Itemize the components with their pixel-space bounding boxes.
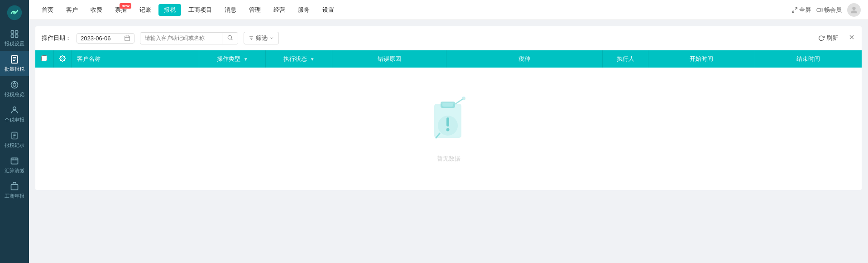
svg-rect-22 bbox=[11, 185, 18, 190]
batch-tax-icon bbox=[10, 54, 19, 64]
search-wrapper bbox=[140, 32, 238, 44]
date-picker[interactable] bbox=[77, 33, 134, 44]
top-nav: 首页 客户 收费 票据 new 记账 报税 工商项目 消息 管理 经营 服务 设… bbox=[29, 0, 868, 20]
nav-item-customer[interactable]: 客户 bbox=[61, 4, 83, 16]
settings-icon bbox=[10, 29, 19, 39]
sidebar-item-label: 报税记录 bbox=[5, 142, 24, 149]
business-report-icon bbox=[10, 181, 19, 191]
nav-item-tax[interactable]: 报税 bbox=[158, 4, 181, 16]
video-icon bbox=[816, 7, 823, 13]
filter-button[interactable]: 筛选 bbox=[244, 32, 279, 44]
nav-items: 首页 客户 收费 票据 new 记账 报税 工商项目 消息 管理 经营 服务 设… bbox=[36, 4, 791, 16]
calendar-icon bbox=[124, 35, 130, 41]
content: 操作日期： bbox=[29, 20, 868, 263]
sidebar-item-label: 报税设置 bbox=[5, 40, 24, 47]
svg-line-33 bbox=[231, 39, 233, 40]
sidebar-item-gongshang-nianbao[interactable]: 工商年报 bbox=[0, 178, 29, 203]
close-button[interactable] bbox=[848, 34, 855, 43]
person-tax-icon bbox=[10, 105, 19, 115]
column-settings-icon[interactable] bbox=[59, 55, 66, 62]
svg-rect-43 bbox=[442, 103, 453, 107]
nav-item-operations[interactable]: 经营 bbox=[268, 4, 291, 16]
user-icon bbox=[849, 5, 859, 15]
svg-point-13 bbox=[13, 107, 16, 110]
svg-rect-45 bbox=[446, 117, 449, 127]
sidebar-item-label: 汇算清缴 bbox=[5, 167, 24, 174]
svg-point-49 bbox=[462, 97, 465, 100]
empty-state: 暂无数据 bbox=[35, 68, 862, 190]
nav-item-business[interactable]: 工商项目 bbox=[183, 4, 217, 16]
nav-item-messages[interactable]: 消息 bbox=[219, 4, 242, 16]
svg-marker-26 bbox=[821, 9, 822, 11]
select-all-checkbox[interactable] bbox=[41, 55, 47, 61]
sidebar-item-huisuan-jiaona[interactable]: 汇算清缴 bbox=[0, 152, 29, 178]
nav-item-management[interactable]: 管理 bbox=[244, 4, 266, 16]
col-checkbox bbox=[35, 50, 53, 68]
nav-right: 全屏 畅会员 bbox=[791, 3, 861, 17]
main-area: 首页 客户 收费 票据 new 记账 报税 工商项目 消息 管理 经营 服务 设… bbox=[29, 0, 868, 263]
sidebar-item-baoshui-jilu[interactable]: 报税记录 bbox=[0, 127, 29, 152]
refresh-icon bbox=[818, 35, 825, 41]
sort-icon: ▼ bbox=[310, 57, 315, 62]
data-table: 客户名称 操作类型 ▼ 执行状态 ▼ 错误原因 税种 执行人 bbox=[35, 50, 862, 190]
fullscreen-icon bbox=[791, 7, 798, 13]
search-input[interactable] bbox=[140, 33, 222, 43]
col-operation-type: 操作类型 ▼ bbox=[199, 50, 266, 68]
nav-item-services[interactable]: 服务 bbox=[293, 4, 315, 16]
record-icon bbox=[10, 131, 19, 141]
svg-rect-4 bbox=[11, 35, 14, 38]
svg-rect-2 bbox=[11, 31, 14, 34]
user-avatar[interactable] bbox=[847, 3, 861, 17]
col-exec-status: 执行状态 ▼ bbox=[266, 50, 332, 68]
close-icon bbox=[848, 34, 855, 41]
member-button[interactable]: 畅会员 bbox=[816, 6, 842, 14]
sort-icon: ▼ bbox=[244, 57, 248, 62]
table-head: 客户名称 操作类型 ▼ 执行状态 ▼ 错误原因 税种 执行人 bbox=[35, 50, 862, 68]
overview-icon bbox=[10, 80, 19, 90]
sidebar-item-label: 工商年报 bbox=[5, 193, 24, 200]
nav-item-accounting[interactable]: 记账 bbox=[134, 4, 157, 16]
sidebar-item-piliang-baoshui[interactable]: 批量报税 bbox=[0, 51, 29, 76]
toolbar: 操作日期： bbox=[35, 26, 862, 50]
svg-point-27 bbox=[852, 6, 855, 10]
sidebar-item-label: 个税申报 bbox=[5, 117, 24, 123]
sidebar-item-label: 报税总览 bbox=[5, 91, 24, 98]
svg-line-48 bbox=[456, 99, 462, 104]
col-settings bbox=[53, 50, 71, 68]
col-customer-name: 客户名称 bbox=[71, 50, 199, 68]
svg-rect-18 bbox=[11, 158, 18, 164]
svg-rect-28 bbox=[125, 36, 130, 41]
svg-point-32 bbox=[228, 35, 231, 39]
date-input[interactable] bbox=[81, 35, 121, 42]
sidebar-item-baoshui-shezhi[interactable]: 报税设置 bbox=[0, 25, 29, 51]
svg-line-24 bbox=[792, 10, 794, 12]
svg-line-23 bbox=[795, 7, 797, 9]
svg-rect-3 bbox=[15, 31, 18, 34]
search-button[interactable] bbox=[222, 33, 238, 44]
svg-rect-5 bbox=[15, 35, 18, 38]
nav-item-homepage[interactable]: 首页 bbox=[36, 4, 59, 16]
chevron-down-icon bbox=[269, 36, 274, 40]
nav-item-invoice[interactable]: 票据 new bbox=[110, 4, 132, 16]
table-body: 暂无数据 bbox=[35, 68, 862, 190]
empty-icon bbox=[44, 95, 853, 149]
reconcile-icon bbox=[10, 156, 19, 166]
svg-point-46 bbox=[446, 128, 449, 132]
nav-item-billing[interactable]: 收费 bbox=[85, 4, 108, 16]
refresh-button[interactable]: 刷新 bbox=[818, 34, 838, 42]
svg-point-1 bbox=[13, 11, 16, 14]
col-start-time: 开始时间 bbox=[648, 50, 755, 68]
sidebar-item-geshuishenbao[interactable]: 个税申报 bbox=[0, 102, 29, 127]
new-badge: new bbox=[120, 3, 131, 9]
sidebar-item-baoshui-zonlan[interactable]: 报税总览 bbox=[0, 76, 29, 102]
date-label: 操作日期： bbox=[42, 34, 71, 42]
filter-icon bbox=[249, 35, 254, 41]
nav-item-settings[interactable]: 设置 bbox=[317, 4, 340, 16]
col-end-time: 结束时间 bbox=[755, 50, 862, 68]
col-error-reason: 错误原因 bbox=[332, 50, 446, 68]
fullscreen-button[interactable]: 全屏 bbox=[791, 6, 811, 14]
col-tax-type: 税种 bbox=[446, 50, 603, 68]
refresh-label: 刷新 bbox=[826, 34, 838, 42]
svg-point-11 bbox=[13, 83, 16, 87]
page-body: 操作日期： bbox=[29, 20, 868, 263]
